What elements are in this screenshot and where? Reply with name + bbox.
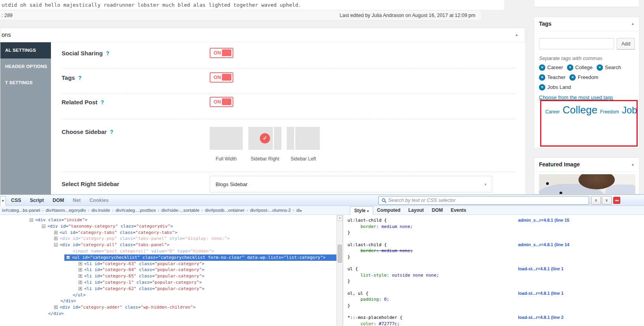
layout-option-sidebar-left[interactable] (287, 127, 320, 150)
expand-node-icon[interactable]: + (79, 287, 82, 290)
scrollbar-thumb[interactable] (338, 245, 342, 263)
html-tree-line[interactable]: +<li id="category-1" class="popular-cate… (0, 279, 336, 286)
expand-node-icon[interactable]: + (79, 262, 82, 266)
breadcrumb-item[interactable]: div#post-...olumns-2 (250, 208, 291, 213)
devtools-tab-net[interactable]: Net (68, 195, 85, 206)
expand-node-icon[interactable]: + (54, 231, 58, 234)
firebug-off-button[interactable] (613, 197, 620, 204)
scroll-up-icon[interactable]: ∧ (337, 215, 342, 221)
breadcrumb-item[interactable]: div#categ....postbox (115, 208, 156, 213)
css-property[interactable]: border: medium none; (347, 224, 644, 230)
tagcloud-tag[interactable]: Career (545, 109, 560, 115)
tags-toggle[interactable]: ON (210, 72, 233, 83)
expand-node-icon[interactable]: + (79, 281, 82, 284)
layout-option-full-width[interactable] (210, 127, 243, 150)
tree-scrollbar[interactable]: ∧ (336, 215, 343, 326)
tagcloud-tag[interactable]: Freedom (600, 109, 619, 115)
html-tree-line[interactable]: +<li id="category-62" class="popular-cat… (0, 286, 336, 292)
stylesheet-link[interactable]: admin_s...r=4.8.1 (line 14 (518, 242, 569, 248)
devtools-tab-dom[interactable]: DOM (48, 195, 68, 206)
remove-tag-icon[interactable]: ✕ (569, 74, 576, 81)
layout-label-sidebar-left: Sidebar Left (287, 156, 320, 162)
layout-option-sidebar-right[interactable]: ✓ (248, 127, 282, 150)
search-next-button[interactable]: ∨ (602, 196, 612, 205)
style-tab-style[interactable]: Style▾ (350, 206, 373, 216)
css-property[interactable]: color: #72777c; (347, 321, 644, 326)
collapse-node-icon[interactable]: − (54, 243, 58, 247)
css-property[interactable]: list-style: outside none none; (347, 272, 644, 279)
tags-hint: Separate tags with commas (539, 55, 602, 61)
breadcrumb-item[interactable]: iv#categ...bs-panel (2, 208, 40, 213)
devtools-tab-cookies[interactable]: Cookies (85, 195, 113, 206)
devtools-tab-script[interactable]: Script (26, 195, 48, 206)
remove-tag-icon[interactable]: ✕ (539, 84, 545, 90)
help-icon[interactable]: ? (110, 129, 113, 135)
breadcrumb-item[interactable]: div.inside (92, 208, 110, 213)
collapse-node-icon[interactable]: − (66, 256, 70, 259)
expand-node-icon[interactable]: + (79, 274, 82, 278)
remove-tag-icon[interactable]: ✕ (539, 64, 545, 71)
stylesheet-link[interactable]: admin_s...r=4.8.1 (line 15 (518, 217, 569, 224)
collapse-node-icon[interactable]: − (30, 218, 33, 222)
tagcloud-tag[interactable]: Job (622, 105, 637, 115)
remove-tag-icon[interactable]: ✕ (539, 74, 545, 81)
html-tree-line[interactable]: <input name="post_category[]" value="0" … (0, 248, 336, 254)
settings-tab-header-options[interactable]: HEADER OPTIONS (0, 58, 51, 75)
collapse-arrow-icon[interactable]: ▲ (631, 162, 635, 166)
stylesheet-link[interactable]: load-st...r=4.8.1 (line 2 (518, 315, 563, 321)
most-used-tags-link[interactable]: Choose from the most used tags (539, 94, 613, 100)
css-property[interactable]: border: medium none; (347, 248, 644, 254)
html-tree-line[interactable]: −<div class="inside"> (0, 217, 336, 223)
breadcrumb-item[interactable]: di (297, 208, 300, 213)
devtools-search-input[interactable] (388, 196, 586, 204)
help-icon[interactable]: ? (106, 50, 109, 57)
breadcrumb-item[interactable]: div#side-...sortable (161, 208, 200, 213)
html-tree-line[interactable]: +<li id="category-65" class="popular-cat… (0, 273, 336, 279)
html-tree-line[interactable]: +<ul id="category-tabs" class="category-… (0, 230, 336, 236)
html-tree-line[interactable]: +<li id="category-63" class="popular-cat… (0, 261, 336, 267)
breadcrumb-item[interactable]: div#taxon...egorydiv (45, 208, 86, 213)
style-tab-layout[interactable]: Layout (404, 206, 428, 215)
html-tree-line[interactable]: −<div id="category-all" class="tabs-pane… (0, 242, 336, 248)
collapse-arrow-icon[interactable]: ▲ (515, 33, 518, 37)
expand-node-icon[interactable]: + (79, 268, 82, 271)
collapse-node-icon[interactable]: − (42, 224, 45, 228)
html-tree-line[interactable]: </div> (0, 311, 336, 317)
remove-tag-icon[interactable]: ✕ (597, 64, 603, 71)
html-tree-line[interactable]: </div> (0, 298, 336, 304)
help-icon[interactable]: ? (101, 99, 104, 106)
devtools-tab-css[interactable]: CSS (7, 195, 26, 206)
add-tag-button[interactable]: Add (617, 38, 635, 49)
breadcrumb-more-icon[interactable]: ▸ (300, 209, 302, 213)
tagcloud-tag[interactable]: College (563, 104, 597, 116)
new-tag-input[interactable] (539, 38, 614, 49)
style-tab-computed[interactable]: Computed (373, 206, 404, 215)
stylesheet-link[interactable]: load-st...r=4.8.1 (line 1 (518, 290, 563, 297)
html-tree-line[interactable]: −<ul id="categorychecklist" class="categ… (0, 254, 336, 261)
remove-tag-icon[interactable]: ✕ (567, 64, 573, 71)
collapse-arrow-icon[interactable]: ▲ (631, 22, 635, 26)
html-tree-line[interactable]: +<li id="category-64" class="popular-cat… (0, 267, 336, 273)
choose-sidebar-label: Choose Sidebar? (62, 128, 113, 135)
breadcrumb-item[interactable]: div#postb...ontainer (205, 208, 244, 213)
featured-image-thumbnail[interactable] (539, 174, 635, 194)
html-tree-line[interactable]: </ul> (0, 292, 336, 298)
devtools-second-row: iv#categ...bs-panel‹div#taxon...egorydiv… (0, 206, 644, 215)
html-tree-line[interactable]: +<div id="category-adder" class="wp-hidd… (0, 304, 336, 311)
html-tree-line[interactable]: +<div id="category-pop" class="tabs-pane… (0, 236, 336, 242)
search-previous-button[interactable]: ∧ (591, 196, 601, 205)
expand-node-icon[interactable]: + (54, 305, 58, 309)
settings-tab-post-settings[interactable]: T SETTINGS (0, 75, 51, 91)
style-tab-dom[interactable]: DOM (428, 206, 447, 215)
css-property[interactable]: padding: 0; (347, 296, 644, 303)
html-tree-line[interactable]: −<div id="taxonomy-category" class="cate… (0, 223, 336, 230)
settings-tab-general[interactable]: AL SETTINGS (0, 42, 51, 58)
expand-node-icon[interactable]: + (54, 237, 58, 240)
right-sidebar-select[interactable]: Blogs Sidebar ▼ (210, 176, 492, 192)
stylesheet-link[interactable]: load-st...r=4.8.1 (line 1 (518, 266, 563, 272)
style-tab-events[interactable]: Events (447, 206, 470, 215)
help-icon[interactable]: ? (78, 75, 82, 81)
related-post-toggle[interactable]: ON (210, 97, 233, 107)
html-tab-dropdown-icon[interactable]: ▼ (0, 196, 6, 206)
social-sharing-toggle[interactable]: ON (210, 48, 233, 58)
